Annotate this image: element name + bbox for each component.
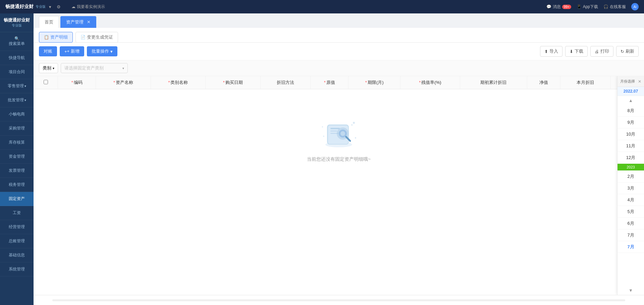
sidebar-item-quick-nav[interactable]: 快捷导航: [0, 51, 34, 65]
close-panel-icon[interactable]: ✕: [638, 79, 641, 84]
month-item-6[interactable]: 7月: [618, 230, 644, 241]
sidebar-item-ledger[interactable]: 总账管理: [0, 234, 34, 248]
empty-illustration: ✦ ✦: [319, 116, 359, 150]
sidebar-item-label: 项目合同: [3, 69, 31, 75]
month-item-3[interactable]: 4月: [618, 194, 644, 206]
list-icon: 📋: [44, 35, 49, 40]
sidebar-item-wholesale[interactable]: 批发管理 ▾: [0, 93, 34, 107]
sidebar-item-purchase[interactable]: 采购管理: [0, 121, 34, 136]
chevron-up-icon: ▲: [629, 98, 633, 103]
app-subtitle: 专业版: [36, 4, 46, 9]
svg-point-12: [323, 136, 324, 137]
sidebar-item-label: 零售管理: [8, 83, 24, 89]
select-all-checkbox[interactable]: [44, 80, 48, 84]
svg-text:✦: ✦: [321, 125, 324, 129]
month-item-2[interactable]: 3月: [618, 183, 644, 194]
settings-icon[interactable]: ⚙: [57, 4, 61, 9]
filter-row: 类别 ▾ 请选择固定资产类别 ▾: [34, 60, 644, 76]
sidebar-logo: 畅捷通好业财 专业版: [0, 13, 34, 32]
selected-year-display[interactable]: 2022.07: [618, 87, 644, 96]
horizontal-scrollbar[interactable]: [52, 299, 625, 301]
refresh-icon: ↻: [621, 49, 624, 54]
sidebar-item-basic[interactable]: 基础信息: [0, 248, 34, 262]
table-container[interactable]: *编码 *资产名称 *类别名称 *购买日期 折旧方法 *原值 *期限(月) *残…: [34, 76, 644, 295]
category-select[interactable]: 类别 ▾: [39, 63, 58, 73]
sidebar-item-business[interactable]: 经营管理: [0, 220, 34, 234]
sub-tab-asset-detail[interactable]: 📋 资产明细: [39, 32, 73, 43]
sidebar-item-salary[interactable]: 工资: [0, 206, 34, 220]
col-depreciation-method: 折旧方法: [260, 76, 311, 89]
demo-link[interactable]: ☁ 我要看实例演示: [71, 4, 105, 10]
user-avatar[interactable]: Ai: [631, 3, 639, 10]
sidebar-item-label: 税务管理: [3, 182, 31, 188]
download-icon: ⬇: [570, 49, 573, 54]
sidebar-logo-sub: 专业版: [3, 23, 31, 28]
sub-tab-change-voucher[interactable]: 📄 变更生成凭证: [75, 32, 118, 43]
sidebar-item-search[interactable]: 🔍 搜索菜单: [0, 32, 34, 51]
sidebar-item-tax[interactable]: 税务管理: [0, 178, 34, 192]
col-residual-rate: *残值率(%): [400, 76, 460, 89]
online-service-btn[interactable]: 🎧 在线客服: [603, 4, 626, 10]
close-tab-icon[interactable]: ✕: [87, 19, 91, 24]
chevron-down-icon[interactable]: ▾: [49, 4, 51, 9]
sidebar-item-label: 总账管理: [3, 238, 31, 244]
message-btn[interactable]: 💬 消息 99+: [546, 4, 571, 10]
main-layout: 畅捷通好业财 专业版 🔍 搜索菜单 快捷导航 项目合同 零售管理 ▾ 批发管理 …: [0, 13, 644, 305]
sidebar-item-fixed-assets[interactable]: 固定资产: [0, 192, 34, 206]
download-button[interactable]: ⬇ 下载: [565, 46, 588, 57]
month-down-nav[interactable]: ▼: [618, 286, 644, 295]
select-all-th: [34, 76, 58, 89]
batch-button[interactable]: 批量操作 ▾: [87, 46, 117, 56]
print-button[interactable]: 🖨 打印: [590, 46, 613, 57]
col-accumulated-depreciation: 期初累计折旧: [460, 76, 527, 89]
month-item-12[interactable]: 12月: [618, 152, 644, 164]
add-button[interactable]: + + 新增: [60, 46, 84, 56]
sidebar-item-ecommerce[interactable]: 小畅电商: [0, 107, 34, 121]
sidebar-item-invoice[interactable]: 发票管理: [0, 164, 34, 178]
sidebar-item-label: 固定资产: [3, 196, 31, 202]
cloud-icon: ☁: [71, 4, 75, 9]
empty-text: 当前您还没有固定资产明细哦~: [307, 156, 371, 162]
col-period: *期限(月): [348, 76, 400, 89]
category-input[interactable]: 请选择固定资产类别 ▾: [61, 63, 128, 73]
sidebar-item-finance[interactable]: 资金管理: [0, 150, 34, 164]
col-name: *资产名称: [96, 76, 151, 89]
month-item-11[interactable]: 11月: [618, 140, 644, 152]
bottom-bar: [34, 295, 644, 305]
top-bar: 畅捷通好业财 专业版 ▾ ⚙ ☁ 我要看实例演示 💬 消息 99+ 📱 App下…: [0, 0, 644, 13]
month-item-10[interactable]: 10月: [618, 129, 644, 140]
import-button[interactable]: ⬆ 导入: [540, 46, 562, 57]
sidebar: 畅捷通好业财 专业版 🔍 搜索菜单 快捷导航 项目合同 零售管理 ▾ 批发管理 …: [0, 13, 34, 305]
chevron-down-icon: ▾: [122, 66, 124, 70]
sidebar-item-project[interactable]: 项目合同: [0, 65, 34, 79]
chevron-down-icon: ▼: [629, 288, 633, 293]
refresh-button[interactable]: ↻ 刷新: [616, 46, 639, 57]
month-panel: 月份选择 ✕ 2022.07 ▲ 8月 9月 10月 11月: [617, 76, 644, 295]
sidebar-item-label: 系统管理: [3, 266, 31, 272]
month-item-7[interactable]: 7月: [618, 241, 644, 253]
avatar: Ai: [631, 3, 639, 10]
app-download-btn[interactable]: 📱 App下载: [577, 4, 598, 10]
sidebar-item-system[interactable]: 系统管理: [0, 262, 34, 276]
sidebar-item-retail[interactable]: 零售管理 ▾: [0, 79, 34, 93]
month-item-8[interactable]: 8月: [618, 105, 644, 117]
month-up-nav[interactable]: ▲: [618, 96, 644, 105]
reconcile-button[interactable]: 对账: [39, 46, 57, 56]
tab-asset-mgmt[interactable]: 资产管理 ✕: [60, 16, 96, 28]
month-item-5[interactable]: 6月: [618, 218, 644, 230]
sidebar-item-label: 库存核算: [3, 140, 31, 145]
search-icon: 🔍: [14, 36, 19, 41]
company-selector[interactable]: 畅捷通好业财 专业版 ▾: [5, 4, 51, 10]
svg-rect-8: [330, 128, 340, 129]
month-item-1[interactable]: 2月: [618, 171, 644, 183]
month-item-9[interactable]: 9月: [618, 117, 644, 129]
col-category: *类别名称: [151, 76, 205, 89]
col-purchase-date: *购买日期: [206, 76, 260, 89]
sidebar-item-inventory[interactable]: 库存核算: [0, 136, 34, 150]
sidebar-item-label: 基础信息: [3, 252, 31, 258]
tab-home[interactable]: 首页: [39, 16, 59, 28]
sidebar-item-label: 资金管理: [3, 154, 31, 159]
chevron-down-icon: ▾: [110, 49, 113, 54]
sidebar-item-label: 发票管理: [3, 168, 31, 173]
month-item-4[interactable]: 5月: [618, 206, 644, 218]
